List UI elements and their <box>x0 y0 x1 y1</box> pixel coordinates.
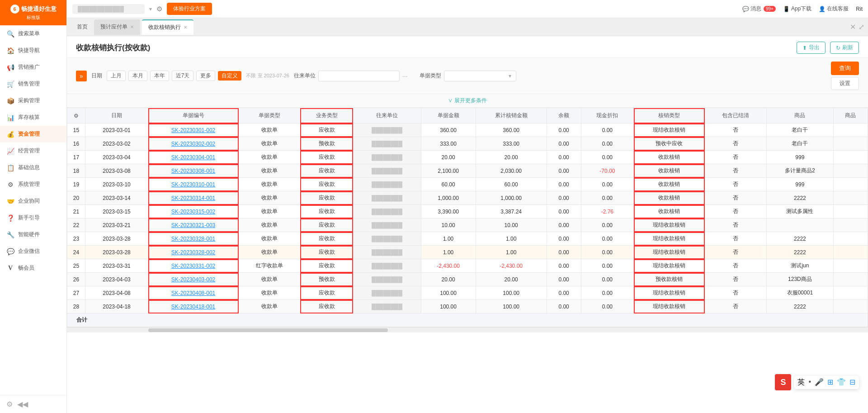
row-partner: ████████ <box>353 178 421 191</box>
row-biz-type: 应收款 <box>300 123 353 137</box>
row-discount: 0.00 <box>581 246 633 259</box>
watermark-dot-icon[interactable]: • <box>808 378 811 387</box>
more-button[interactable]: 更多 <box>196 71 215 81</box>
sidebar-item-purchase[interactable]: 📦 采购管理 <box>0 92 66 109</box>
topbar-service[interactable]: 👤 在线客服 <box>819 5 849 13</box>
row-biz-type: 应收款 <box>300 232 353 246</box>
sidebar-item-guide[interactable]: ❓ 新手引导 <box>0 209 66 226</box>
row-doc-no[interactable]: SK-20230301-002 <box>148 123 239 137</box>
filter-expand-bar[interactable]: ∨ 展开更多条件 <box>67 94 868 108</box>
watermark-minus-icon[interactable]: ⊟ <box>849 378 855 387</box>
row-doc-no[interactable]: SK-20230308-001 <box>148 164 239 178</box>
row-doc-no[interactable]: SK-20230408-001 <box>148 286 239 300</box>
recent7-button[interactable]: 近7天 <box>172 71 194 81</box>
tab-home[interactable]: 首页 <box>71 19 94 35</box>
row-balance: 0.00 <box>547 300 581 313</box>
basic-icon: 📋 <box>6 164 14 171</box>
sidebar-item-sales[interactable]: 🛒 销售管理 <box>0 76 66 92</box>
row-doc-no[interactable]: SK-20230321-003 <box>148 218 239 232</box>
row-doc-no[interactable]: SK-20230403-002 <box>148 273 239 286</box>
row-doc-no[interactable]: SK-20230331-002 <box>148 259 239 273</box>
wechat-icon: 💬 <box>6 248 14 255</box>
export-button[interactable]: ⬆ 导出 <box>797 42 826 54</box>
tab-maximize-icon[interactable]: ⤢ <box>859 23 864 31</box>
tab-prepay[interactable]: 预计应付单 ✕ <box>94 19 140 35</box>
refresh-button[interactable]: ↻ 刷新 <box>830 42 859 54</box>
filter-settings-button[interactable]: 设置 <box>831 77 859 90</box>
topbar-app-download[interactable]: 📱 App下载 <box>783 5 811 13</box>
row-doc-no[interactable]: SK-20230328-002 <box>148 246 239 259</box>
row-no: 16 <box>67 137 85 151</box>
hardware-icon: 🔧 <box>6 231 14 238</box>
row-doc-no[interactable]: SK-20230418-001 <box>148 300 239 313</box>
filter-unit-input[interactable] <box>318 71 400 81</box>
row-doc-type: 收款单 <box>239 273 301 286</box>
sidebar-item-hardware[interactable]: 🔧 智能硬件 <box>0 226 66 243</box>
row-doc-no[interactable]: SK-20230315-002 <box>148 205 239 218</box>
sidebar-item-corp[interactable]: 🤝 企业协同 <box>0 193 66 209</box>
row-doc-no[interactable]: SK-20230302-002 <box>148 137 239 151</box>
row-include-settled: 否 <box>705 232 767 246</box>
sidebar-item-basic[interactable]: 📋 基础信息 <box>0 159 66 176</box>
watermark-grid-icon[interactable]: ⊞ <box>827 378 833 387</box>
filter-toggle-button[interactable]: » <box>76 71 87 81</box>
sidebar-item-marketing[interactable]: 📢 营销推广 <box>0 59 66 76</box>
sidebar-item-wechat[interactable]: 💬 企业微信 <box>0 243 66 260</box>
service-label: 在线客服 <box>827 5 849 13</box>
table-scrollbar[interactable] <box>67 327 868 332</box>
watermark-mic-icon[interactable]: 🎤 <box>815 378 824 387</box>
row-goods: 衣服00001 <box>766 286 833 300</box>
row-goods2 <box>833 246 868 259</box>
query-button[interactable]: 查询 <box>831 62 859 75</box>
tab-prepay-label: 预计应付单 <box>100 23 127 31</box>
last-month-button[interactable]: 上月 <box>107 71 126 81</box>
sidebar-item-member[interactable]: V 畅会员 <box>0 260 66 276</box>
watermark-shirt-icon[interactable]: 👕 <box>837 378 846 387</box>
topbar-dropdown-arrow[interactable]: ▾ <box>149 6 152 12</box>
row-amount: 3,390.00 <box>421 205 476 218</box>
solution-button[interactable]: 体验行业方案 <box>167 3 212 15</box>
sidebar-item-label: 智能硬件 <box>18 231 40 238</box>
sidebar-item-finance[interactable]: 💰 资金管理 <box>0 126 66 142</box>
row-date: 2023-04-08 <box>85 286 148 300</box>
row-amount: 20.00 <box>421 151 476 164</box>
sidebar-item-system[interactable]: ⚙ 系统管理 <box>0 176 66 193</box>
filter-dots-icon[interactable]: ··· <box>402 72 408 80</box>
row-partner: ████████ <box>353 164 421 178</box>
tab-prepay-close[interactable]: ✕ <box>130 24 134 29</box>
row-doc-no[interactable]: SK-20230304-001 <box>148 151 239 164</box>
filter-type-select[interactable]: ▾ <box>444 71 516 81</box>
row-doc-no[interactable]: SK-20230328-001 <box>148 232 239 246</box>
row-goods: 测试多属性 <box>766 205 833 218</box>
tab-minimize-icon[interactable]: ✕ <box>850 23 856 31</box>
row-accumulated: 333.00 <box>476 137 547 151</box>
scrollbar-thumb[interactable] <box>148 328 387 332</box>
row-no: 26 <box>67 273 85 286</box>
sidebar-item-label: 经营管理 <box>18 147 40 155</box>
sidebar-item-operation[interactable]: 📈 经营管理 <box>0 142 66 159</box>
collapse-icon[interactable]: ◀◀ <box>17 400 28 408</box>
topbar-message[interactable]: 💬 消息 99+ <box>742 5 776 13</box>
topbar-gear-icon[interactable]: ⚙ <box>156 5 162 13</box>
content-area: 收款核销执行(按收款) ⬆ 导出 ↻ 刷新 » 日期 上月 本月 本年 近7天 <box>67 36 868 413</box>
row-goods2 <box>833 286 868 300</box>
this-month-button[interactable]: 本月 <box>128 71 147 81</box>
sidebar-item-quick[interactable]: 🏠 快捷导航 <box>0 42 66 59</box>
row-amount: 2,100.00 <box>421 164 476 178</box>
row-goods2 <box>833 151 868 164</box>
row-doc-no[interactable]: SK-20230314-001 <box>148 191 239 205</box>
col-settings[interactable]: ⚙ <box>67 108 85 123</box>
row-biz-type: 应收款 <box>300 151 353 164</box>
this-year-button[interactable]: 本年 <box>150 71 169 81</box>
settings-icon[interactable]: ⚙ <box>6 400 13 408</box>
row-doc-no[interactable]: SK-20230310-001 <box>148 178 239 191</box>
row-include-settled: 否 <box>705 178 767 191</box>
custom-button[interactable]: 自定义 <box>218 71 241 81</box>
table-row: 232023-03-28SK-20230328-001收款单应收款███████… <box>67 232 868 246</box>
sidebar-item-search[interactable]: 🔍 搜索菜单 <box>0 25 66 42</box>
watermark-text-icon[interactable]: 英 <box>797 378 805 387</box>
tab-collection-close[interactable]: ✕ <box>184 25 187 30</box>
sidebar-item-inventory[interactable]: 📊 库存核算 <box>0 109 66 126</box>
topbar-user[interactable]: Rit <box>856 6 863 12</box>
tab-collection[interactable]: 收款核销执行 ✕ <box>142 19 193 35</box>
